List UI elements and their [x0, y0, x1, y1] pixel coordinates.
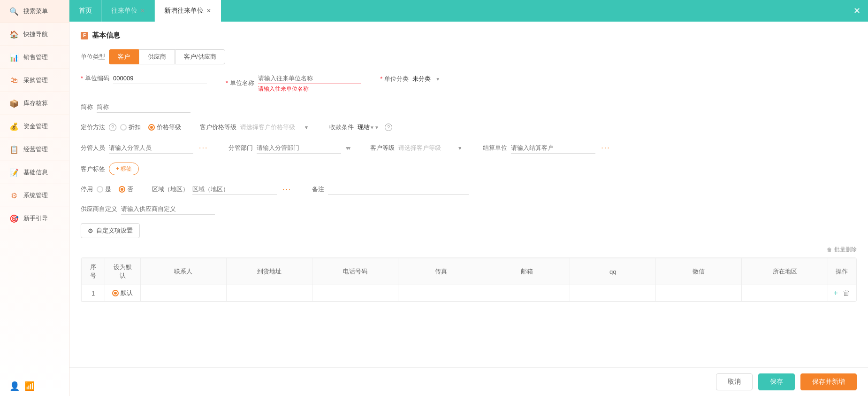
- default-radio[interactable]: 默认: [111, 289, 135, 297]
- qq-input[interactable]: [576, 290, 650, 297]
- disabled-radio-group: 是 否: [97, 185, 133, 194]
- customer-level-placeholder[interactable]: 请选择客户等级: [398, 142, 464, 154]
- cell-contact[interactable]: [140, 285, 226, 302]
- type-btn-supplier[interactable]: 供应商: [139, 49, 175, 64]
- cell-phone[interactable]: [312, 285, 398, 302]
- unit-code-label: 单位编码: [81, 74, 109, 83]
- manager-more-btn[interactable]: ···: [197, 144, 210, 152]
- fax-input[interactable]: [404, 290, 478, 297]
- col-contact: 联系人: [140, 258, 226, 285]
- close-all-tabs[interactable]: ✕: [846, 6, 868, 16]
- pricing-method-label: 定价方法: [81, 123, 105, 132]
- col-qq: qq: [570, 258, 656, 285]
- disabled-radio-yes[interactable]: 是: [97, 185, 111, 194]
- main-area: 首页 往来单位 ✕ 新增往来单位 ✕ ✕ F 基本信息 单位类型 客户 供应商 …: [69, 0, 868, 396]
- tab-units-close[interactable]: ✕: [140, 8, 145, 14]
- sidebar-item-search[interactable]: 🔍 搜索菜单: [0, 0, 69, 23]
- tab-units[interactable]: 往来单位 ✕: [102, 0, 155, 22]
- add-row-icon[interactable]: +: [834, 289, 838, 297]
- sidebar-item-inventory[interactable]: 📦 库存核算: [0, 92, 69, 115]
- guide-icon: 🎯: [9, 214, 19, 223]
- col-action: 操作: [828, 258, 856, 285]
- settlement-unit-more-btn[interactable]: ···: [599, 144, 612, 152]
- add-tag-btn[interactable]: + 标签: [109, 163, 139, 175]
- department-input[interactable]: [257, 142, 341, 154]
- disabled-row: 停用 是 否 区域（地区） ··· 备注: [81, 184, 857, 195]
- disabled-field: 停用 是 否: [81, 185, 133, 194]
- sidebar-item-guide[interactable]: 🎯 新手引导: [0, 207, 69, 230]
- row-actions: + 🗑: [834, 289, 850, 297]
- payment-terms-value[interactable]: 现结: [358, 121, 381, 133]
- settlement-unit-label: 结算单位: [483, 144, 507, 152]
- sidebar: 🔍 搜索菜单 🏠 快捷导航 📊 销售管理 🛍 采购管理 📦 库存核算 💰 资金管…: [0, 0, 69, 396]
- supplier-custom-input[interactable]: [121, 203, 215, 215]
- settlement-unit-field: 结算单位 ···: [483, 142, 612, 154]
- contact-input[interactable]: [146, 290, 221, 297]
- cell-wechat[interactable]: [656, 285, 742, 302]
- unit-code-input[interactable]: [113, 73, 207, 84]
- settlement-unit-input[interactable]: [511, 142, 595, 154]
- customer-price-level-placeholder[interactable]: 请选择客户价格等级: [240, 121, 311, 133]
- expand-icon[interactable]: 📶: [24, 381, 35, 391]
- tab-home[interactable]: 首页: [69, 0, 102, 22]
- region-cell-input[interactable]: [747, 290, 822, 297]
- email-input[interactable]: [490, 290, 564, 297]
- cell-fax[interactable]: [398, 285, 484, 302]
- region-input[interactable]: [192, 184, 277, 195]
- payment-terms-select-wrapper: 现结 ▼: [358, 121, 381, 133]
- manager-input[interactable]: [109, 142, 193, 154]
- payment-help-icon[interactable]: ?: [385, 124, 392, 131]
- disabled-radio-no[interactable]: 否: [119, 185, 133, 194]
- unit-category-value[interactable]: 未分类: [412, 73, 442, 85]
- manager-label: 分管人员: [81, 144, 105, 152]
- shortname-row: 简称: [81, 101, 857, 113]
- wechat-input[interactable]: [662, 290, 736, 297]
- contact-table: 序号 设为默认 联系人 到货地址 电话号码 传真 邮箱 qq 微信 所在地区 操…: [81, 258, 856, 302]
- unit-code-field: 单位编码: [81, 73, 207, 84]
- delete-row-icon[interactable]: 🗑: [843, 289, 850, 297]
- table-body: 1 默认: [82, 285, 856, 302]
- cell-email[interactable]: [484, 285, 570, 302]
- payment-terms-field: 收款条件 现结 ▼ ?: [329, 121, 392, 133]
- sidebar-bottom: 👤 📶: [0, 376, 69, 396]
- sidebar-item-finance[interactable]: 💰 资金管理: [0, 115, 69, 138]
- sidebar-item-operations[interactable]: 📋 经营管理: [0, 138, 69, 161]
- pricing-radio-level[interactable]: 价格等级: [148, 123, 181, 132]
- operations-icon: 📋: [9, 145, 19, 154]
- cancel-button[interactable]: 取消: [716, 373, 753, 390]
- unit-type-label: 单位类型: [81, 53, 105, 61]
- type-btn-customer[interactable]: 客户: [109, 49, 139, 64]
- type-btn-both[interactable]: 客户/供应商: [175, 49, 225, 64]
- sidebar-item-sales[interactable]: 📊 销售管理: [0, 46, 69, 69]
- tab-new-unit-close[interactable]: ✕: [206, 8, 211, 14]
- region-more-btn[interactable]: ···: [281, 185, 293, 194]
- save-button[interactable]: 保存: [758, 373, 795, 390]
- basicinfo-icon: 📝: [9, 168, 19, 177]
- user-icon[interactable]: 👤: [9, 381, 20, 391]
- customer-tag-field: 客户标签 + 标签: [81, 163, 139, 175]
- short-name-field: 简称: [81, 101, 190, 113]
- unit-name-input-group: 请输入往来单位名称: [258, 73, 361, 93]
- cell-qq[interactable]: [570, 285, 656, 302]
- short-name-input[interactable]: [97, 101, 190, 113]
- remark-input[interactable]: [328, 184, 469, 195]
- gear-icon: ⚙: [88, 227, 93, 234]
- custom-settings-btn[interactable]: ⚙ 自定义项设置: [81, 223, 140, 238]
- cell-address[interactable]: [226, 285, 312, 302]
- pricing-help-icon[interactable]: ?: [109, 124, 116, 131]
- sidebar-item-purchase[interactable]: 🛍 采购管理: [0, 69, 69, 92]
- sidebar-item-basicinfo[interactable]: 📝 基础信息: [0, 161, 69, 184]
- remark-label: 备注: [312, 185, 324, 194]
- batch-delete-area[interactable]: 🗑 批量删除: [81, 246, 857, 254]
- unit-name-input[interactable]: [258, 73, 361, 84]
- sidebar-item-quicknav[interactable]: 🏠 快捷导航: [0, 23, 69, 46]
- pricing-radio-discount[interactable]: 折扣: [120, 123, 141, 132]
- phone-input[interactable]: [318, 290, 392, 297]
- tab-new-unit[interactable]: 新增往来单位 ✕: [155, 0, 221, 22]
- address-input[interactable]: [232, 290, 306, 297]
- sidebar-item-system[interactable]: ⚙ 系统管理: [0, 184, 69, 207]
- discount-radio-dot: [120, 124, 127, 131]
- save-and-new-button[interactable]: 保存并新增: [800, 373, 857, 390]
- search-icon: 🔍: [9, 7, 19, 16]
- cell-region[interactable]: [742, 285, 828, 302]
